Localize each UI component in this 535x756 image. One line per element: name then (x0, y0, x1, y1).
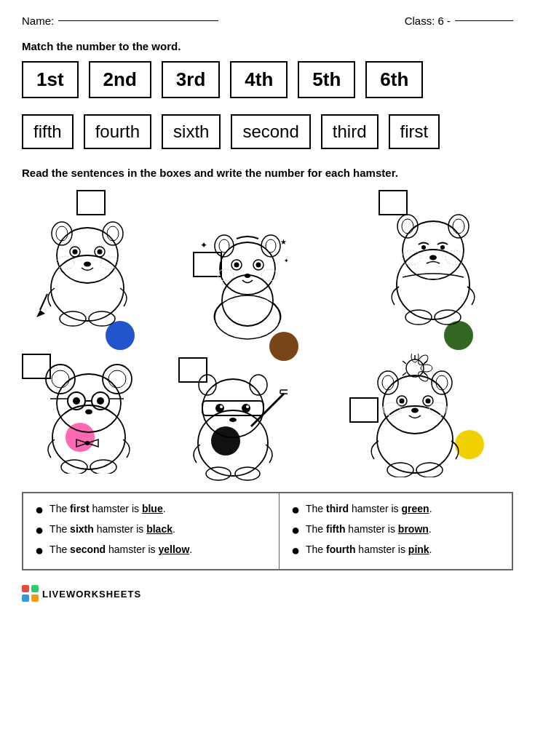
hamster-1 (36, 215, 138, 328)
clues-right-cell: ● The third hamster is green. ● The fift… (279, 493, 512, 570)
svg-point-23 (266, 239, 276, 252)
class-underline (455, 20, 513, 21)
clue-text-first-blue: The first hamster is blue. (49, 501, 166, 517)
svg-point-39 (453, 219, 464, 234)
class-label: Class: 6 - (405, 15, 451, 27)
answer-box-1[interactable] (76, 190, 106, 215)
svg-point-47 (52, 405, 125, 469)
svg-point-52 (108, 370, 126, 388)
hamster-6 (178, 365, 288, 481)
svg-point-72 (242, 404, 250, 413)
svg-text:✦: ✦ (284, 258, 289, 264)
svg-text:✦: ✦ (200, 240, 207, 250)
number-box-2nd: 2nd (89, 61, 151, 98)
svg-point-10 (84, 262, 91, 267)
logo-squares (22, 585, 39, 602)
svg-point-51 (52, 370, 69, 388)
svg-point-40 (421, 245, 426, 250)
svg-marker-16 (36, 310, 45, 317)
svg-point-90 (377, 406, 453, 473)
svg-point-5 (107, 226, 119, 241)
logo-text: LIVEWORKSHEETS (42, 589, 141, 600)
svg-point-48 (57, 374, 121, 432)
svg-point-9 (98, 250, 103, 255)
svg-point-38 (402, 219, 413, 234)
svg-point-75 (229, 418, 237, 422)
clue-item-sixth-black: ● The sixth hamster is black. (35, 521, 267, 538)
svg-point-74 (246, 405, 249, 408)
svg-point-73 (220, 405, 223, 408)
clue-item-first-blue: ● The first hamster is blue. (35, 501, 267, 518)
word-box-second[interactable]: second (231, 114, 310, 149)
hamster-area: ✦ ★ ✦ (22, 186, 513, 477)
bullet-5: ● (291, 521, 300, 538)
header: Name: Class: 6 - (22, 15, 513, 27)
svg-point-30 (256, 263, 261, 268)
svg-rect-77 (280, 390, 288, 394)
bullet-1: ● (35, 501, 44, 518)
logo-sq-2 (31, 585, 39, 592)
section2-title: Read the sentences in the boxes and writ… (22, 167, 513, 179)
svg-point-31 (245, 274, 250, 278)
svg-point-71 (215, 404, 224, 413)
svg-point-67 (202, 379, 263, 437)
hamster-2 (36, 361, 142, 474)
name-field: Name: (22, 15, 218, 27)
svg-point-44 (445, 250, 464, 265)
word-box-sixth[interactable]: sixth (162, 114, 221, 149)
clue-item-fifth-brown: ● The fifth hamster is brown. (291, 521, 500, 538)
bullet-6: ● (291, 541, 300, 559)
number-box-4th: 4th (230, 61, 288, 98)
clue-item-fourth-pink: ● The fourth hamster is pink. (291, 541, 500, 559)
svg-point-88 (421, 365, 432, 372)
logo-sq-3 (22, 594, 29, 602)
class-field: Class: 6 - (405, 15, 513, 27)
name-underline (58, 20, 218, 21)
clue-item-second-yellow: ● The second hamster is yellow. (35, 541, 267, 559)
svg-point-99 (426, 399, 431, 404)
svg-line-15 (40, 294, 47, 310)
word-box-third[interactable]: third (321, 114, 379, 149)
bullet-2: ● (35, 521, 44, 538)
liveworksheets-logo: LIVEWORKSHEETS (22, 585, 141, 602)
svg-point-91 (383, 375, 447, 434)
svg-point-22 (219, 239, 229, 252)
svg-point-93 (432, 371, 452, 394)
svg-line-85 (403, 361, 406, 364)
number-box-6th: 6th (365, 61, 423, 98)
word-box-first[interactable]: first (389, 114, 440, 149)
word-box-fourth[interactable]: fourth (84, 114, 151, 149)
clue-text-sixth-black: The sixth hamster is black. (49, 521, 175, 537)
logo-sq-4 (31, 594, 39, 602)
svg-point-42 (429, 255, 437, 260)
svg-point-59 (97, 397, 104, 405)
svg-point-100 (411, 408, 419, 413)
number-box-3rd: 3rd (162, 61, 220, 98)
words-row: fifth fourth sixth second third first (22, 114, 513, 149)
section1-title: Match the number to the word. (22, 40, 513, 52)
clues-left-cell: ● The first hamster is blue. ● The sixth… (23, 493, 279, 570)
svg-point-4 (56, 226, 68, 241)
name-label: Name: (22, 15, 54, 27)
logo-sq-1 (22, 585, 29, 592)
hamster-4 (357, 354, 473, 477)
numbers-row: 1st 2nd 3rd 4th 5th 6th (22, 61, 513, 98)
svg-point-92 (378, 371, 398, 394)
svg-text:★: ★ (280, 238, 287, 246)
svg-point-28 (234, 263, 239, 268)
svg-point-60 (85, 410, 92, 415)
word-box-fifth[interactable]: fifth (22, 114, 74, 149)
clue-text-fifth-brown: The fifth hamster is brown. (306, 521, 432, 537)
bullet-4: ● (291, 501, 300, 518)
svg-point-7 (73, 250, 78, 255)
svg-line-84 (403, 373, 406, 375)
svg-point-97 (400, 399, 405, 404)
number-box-1st: 1st (22, 61, 79, 98)
svg-point-17 (215, 295, 280, 339)
clue-text-fourth-pink: The fourth hamster is pink. (306, 541, 432, 557)
clues-table: ● The first hamster is blue. ● The sixth… (22, 492, 513, 570)
hamster-3 (379, 208, 488, 328)
clue-text-second-yellow: The second hamster is yellow. (49, 541, 192, 557)
footer: LIVEWORKSHEETS (22, 585, 513, 602)
hamster-5: ✦ ★ ✦ (197, 230, 298, 343)
